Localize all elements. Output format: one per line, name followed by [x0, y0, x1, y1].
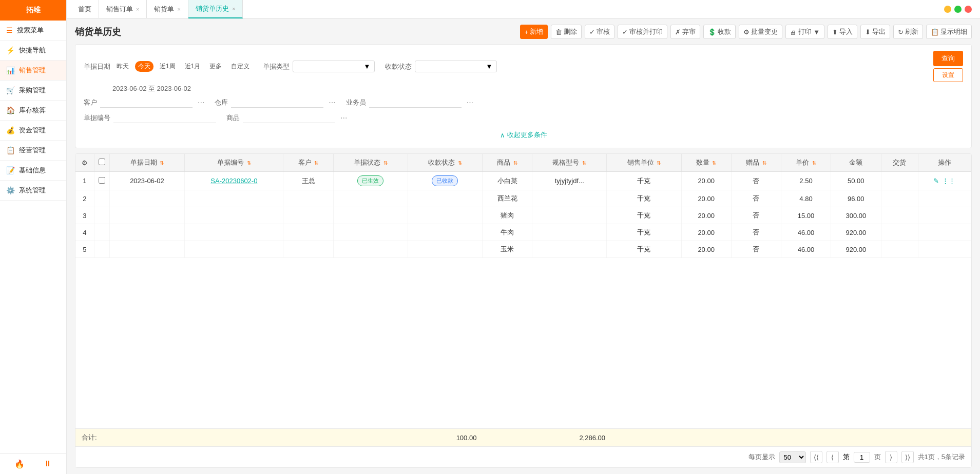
sidebar-item-inventory[interactable]: 🏠 库存核算	[0, 101, 66, 121]
show-detail-button[interactable]: 📋 显示明细	[926, 25, 972, 39]
col-gift[interactable]: 赠品 ⇅	[731, 154, 781, 172]
warehouse-input[interactable]	[231, 97, 323, 108]
col-doc-no[interactable]: 单据编号 ⇅	[185, 154, 283, 172]
col-checkbox[interactable]	[94, 154, 109, 172]
tab-sales-history-label: 销货单历史	[196, 4, 229, 13]
salesperson-label: 业务员	[346, 98, 366, 107]
col-spec[interactable]: 规格型号 ⇅	[532, 154, 607, 172]
col-doc-status[interactable]: 单据状态 ⇅	[333, 154, 408, 172]
add-button[interactable]: + 新增	[520, 25, 548, 39]
sort-goods-icon: ⇅	[513, 160, 517, 166]
tab-home[interactable]: 首页	[71, 0, 99, 18]
row-delivery	[881, 241, 918, 258]
page-first-button[interactable]: ⟨⟨	[810, 451, 822, 463]
per-page-select[interactable]: 50 100 200	[779, 451, 806, 463]
row-checkbox-cell[interactable]	[94, 224, 109, 241]
page-next-button[interactable]: ⟩	[885, 451, 897, 463]
tab-sales-goods-close[interactable]: ×	[177, 6, 180, 12]
audit-button[interactable]: ✓ 审核	[585, 25, 614, 39]
date-today-btn[interactable]: 今天	[135, 61, 153, 72]
tab-sales-order-close[interactable]: ×	[136, 6, 139, 12]
row-checkbox-cell[interactable]	[94, 172, 109, 190]
collapse-button[interactable]: ∧ 收起更多条件	[84, 128, 963, 142]
sidebar-item-basic-info[interactable]: 📝 基础信息	[0, 161, 66, 181]
filter-customer: 客户 ···	[84, 97, 204, 108]
audit-print-button[interactable]: ✓ 审核并打印	[618, 25, 667, 39]
row-checkbox[interactable]	[99, 177, 105, 184]
col-unit[interactable]: 销售单位 ⇅	[607, 154, 681, 172]
batch-change-button[interactable]: ⚙ 批量变更	[739, 25, 782, 39]
audit-print-icon: ✓	[622, 28, 628, 36]
window-close-button[interactable]	[965, 6, 972, 13]
row-doc-no	[185, 190, 283, 207]
more-icon[interactable]: ⋮⋮	[942, 177, 955, 185]
date-custom-btn[interactable]: 自定义	[228, 61, 253, 72]
print-dropdown-icon: ▼	[813, 28, 820, 36]
sidebar-item-operations[interactable]: 📋 经营管理	[0, 141, 66, 161]
goods-dots[interactable]: ···	[340, 113, 347, 123]
page-input[interactable]	[854, 452, 870, 463]
row-checkbox-cell[interactable]	[94, 241, 109, 258]
query-button[interactable]: 查询	[933, 51, 963, 66]
filter-setting-button[interactable]: 设置	[933, 68, 963, 82]
salesperson-dots[interactable]: ···	[467, 98, 473, 107]
refresh-button[interactable]: ↻ 刷新	[893, 25, 923, 39]
date-yesterday-btn[interactable]: 昨天	[113, 61, 132, 72]
doc-type-select[interactable]: ▼	[293, 61, 375, 72]
col-settings[interactable]: ⚙	[75, 154, 94, 172]
date-7days-btn[interactable]: 近1周	[157, 61, 179, 72]
salesperson-input[interactable]	[369, 97, 462, 108]
table-row: 5 玉米 千克 20.00 否 46.00 920.00	[75, 241, 971, 258]
col-qty[interactable]: 数量 ⇅	[681, 154, 731, 172]
export-button[interactable]: ⬇ 导出	[860, 25, 890, 39]
row-checkbox-cell[interactable]	[94, 190, 109, 207]
page-last-button[interactable]: ⟩⟩	[901, 451, 914, 463]
row-actions-cell	[918, 207, 971, 224]
sidebar-item-finance[interactable]: 💰 资金管理	[0, 121, 66, 141]
table-row: 1 2023-06-02 SA-20230602-0 王总 已生效 已收款 小白…	[75, 172, 971, 190]
tab-sales-goods[interactable]: 销货单 ×	[147, 0, 188, 18]
page-prev-button[interactable]: ⟨	[827, 451, 839, 463]
delete-button[interactable]: 🗑 删除	[551, 25, 582, 39]
sidebar-item-search-menu[interactable]: ☰ 搜索菜单	[0, 21, 66, 41]
payment-status-select[interactable]: ▼	[415, 61, 497, 72]
warehouse-dots[interactable]: ···	[329, 98, 335, 107]
col-unit-price[interactable]: 单价 ⇅	[781, 154, 831, 172]
row-doc-date	[109, 241, 185, 258]
col-customer[interactable]: 客户 ⇅	[283, 154, 333, 172]
customer-input[interactable]	[100, 97, 193, 108]
edit-icon[interactable]: ✎	[933, 177, 939, 185]
sys-mgmt-icon: ⚙️	[6, 186, 15, 194]
col-payment-status[interactable]: 收款状态 ⇅	[408, 154, 482, 172]
print-button[interactable]: 🖨 打印 ▼	[785, 25, 824, 39]
fire-icon[interactable]: 🔥	[14, 459, 25, 469]
select-all-checkbox[interactable]	[99, 159, 105, 165]
date-more-btn[interactable]: 更多	[206, 61, 225, 72]
sidebar-item-sales-mgmt[interactable]: 📊 销售管理	[0, 61, 66, 81]
filter-salesperson: 业务员 ···	[346, 97, 473, 108]
doc-no-input[interactable]	[113, 113, 216, 123]
tab-sales-history-close[interactable]: ×	[232, 6, 235, 12]
date-1month-btn[interactable]: 近1月	[182, 61, 204, 72]
tab-sales-history[interactable]: 销货单历史 ×	[188, 0, 243, 18]
pagination: 每页显示 50 100 200 ⟨⟨ ⟨ 第 页 ⟩ ⟩⟩ 共1页，5条记录	[75, 446, 971, 467]
collect-button[interactable]: 💲 收款	[703, 25, 736, 39]
goods-input[interactable]	[243, 113, 335, 123]
customer-dots[interactable]: ···	[198, 98, 204, 107]
settings-gear-icon: ⚙	[82, 159, 88, 167]
col-doc-date[interactable]: 单据日期 ⇅	[109, 154, 185, 172]
sidebar-item-sys-mgmt[interactable]: ⚙️ 系统管理	[0, 181, 66, 201]
page-label-pre: 第	[843, 452, 850, 462]
row-checkbox-cell[interactable]	[94, 207, 109, 224]
abandon-button[interactable]: ✗ 弃审	[670, 25, 700, 39]
table-scroll[interactable]: ⚙ 单据日期 ⇅ 单据编号 ⇅	[75, 154, 971, 428]
window-maximize-button[interactable]	[954, 6, 962, 13]
import-button[interactable]: ⬆ 导入	[828, 25, 857, 39]
sidebar-item-quick-nav[interactable]: ⚡ 快捷导航	[0, 41, 66, 61]
col-goods[interactable]: 商品 ⇅	[483, 154, 532, 172]
pause-icon[interactable]: ⏸	[44, 459, 52, 469]
window-minimize-button[interactable]	[944, 6, 951, 13]
doc-no-link[interactable]: SA-20230602-0	[210, 177, 257, 185]
tab-sales-order[interactable]: 销售订单 ×	[99, 0, 147, 18]
sidebar-item-purchase-mgmt[interactable]: 🛒 采购管理	[0, 81, 66, 101]
